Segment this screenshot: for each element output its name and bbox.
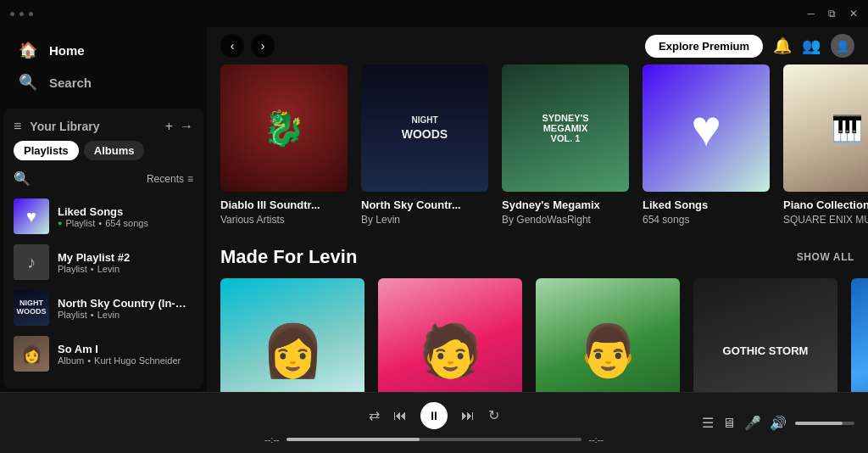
made-for-title: Made For Levin — [220, 246, 357, 268]
filter-albums-button[interactable]: Albums — [84, 141, 145, 160]
playlist2-name: My Playlist #2 — [58, 251, 193, 264]
library-expand-button[interactable]: → — [180, 119, 193, 134]
card-piano[interactable]: 🎹 Piano Collections... SQUARE ENIX MUSIC — [783, 64, 868, 226]
user-profile-button[interactable]: 👤 — [831, 34, 854, 58]
top-bar-right: Explore Premium 🔔 👥 👤 — [645, 34, 854, 58]
library-header: ≡ Your Library + → — [3, 109, 203, 141]
devices-button[interactable]: 🖥 — [722, 416, 736, 431]
nav-back-button[interactable]: ‹ — [220, 34, 244, 58]
notifications-button[interactable]: 🔔 — [773, 36, 792, 55]
playlist2-meta: Playlist • Levin — [58, 264, 193, 274]
next-button[interactable]: ⏭ — [461, 408, 475, 423]
liked-songs-card-sub: 654 songs — [643, 214, 770, 226]
queue-button[interactable]: ☰ — [702, 415, 714, 431]
sidebar: 🏠 Home 🔍 Search ≡ Your Library + → P — [0, 27, 207, 392]
diablo-title: Diablo III Soundtr... — [220, 199, 348, 211]
mix5-art: 🎸 — [851, 278, 868, 392]
liked-songs-meta: ● Playlist • 654 songs — [58, 218, 193, 228]
main-content: ‹ › Explore Premium 🔔 👥 👤 🐉 Diablo III S… — [207, 27, 868, 392]
play-pause-button[interactable]: ⏸ — [420, 402, 448, 429]
volume-fill — [795, 422, 843, 425]
liked-songs-name: Liked Songs — [58, 205, 193, 218]
sidebar-item-home[interactable]: 🏠 Home — [10, 34, 197, 66]
close-button[interactable]: ✕ — [849, 8, 858, 20]
title-bar-dots — [10, 12, 33, 16]
card-northsky[interactable]: NIGHT WOODS North Sky Countr... By Levin — [361, 64, 488, 226]
northsky-meta: Playlist • Levin — [58, 310, 193, 320]
library-title: Your Library — [30, 120, 99, 133]
daily-mix-5-card[interactable]: 🎸 Daily Mix 5 ▶ Daily Mix 5 Darren Korb,… — [851, 278, 868, 392]
daily-mix-3-card[interactable]: 👨 Daily Mix 3 ▶ Daily Mix 3 Darren Ang, … — [536, 278, 680, 392]
explore-premium-button[interactable]: Explore Premium — [645, 35, 763, 58]
library-add-button[interactable]: + — [165, 119, 173, 134]
library-actions: + → — [165, 119, 193, 134]
soami-meta: Album • Kurt Hugo Schneider — [58, 355, 193, 366]
playlist2-info: My Playlist #2 Playlist • Levin — [58, 251, 193, 274]
shuffle-button[interactable]: ⇄ — [369, 407, 380, 423]
lyrics-button[interactable]: 🎤 — [744, 415, 761, 431]
progress-current: --:-- — [264, 434, 280, 445]
card-diablo[interactable]: 🐉 Diablo III Soundtr... Various Artists — [220, 64, 348, 226]
volume-button[interactable]: 🔊 — [770, 415, 787, 431]
recents-label[interactable]: Recents ≡ — [147, 173, 193, 185]
northsky-art: NIGHT WOODS — [361, 64, 488, 192]
card-sydney[interactable]: SYDNEY'SMEGAMIXVOL. 1 Sydney's Megamix B… — [502, 64, 629, 226]
maximize-button[interactable]: ⧉ — [828, 8, 836, 20]
player-controls: ⇄ ⏮ ⏸ ⏭ ↻ — [369, 402, 499, 429]
progress-fill — [287, 438, 420, 441]
minimize-button[interactable]: ─ — [807, 8, 815, 20]
mix3-art: 👨 — [536, 278, 680, 392]
soami-info: So Am I Album • Kurt Hugo Schneider — [58, 343, 193, 366]
daily-mix-1-thumb: 👩 Daily Mix 1 ▶ — [220, 278, 364, 392]
player-center: ⇄ ⏮ ⏸ ⏭ ↻ --:-- --:-- — [183, 402, 685, 445]
list-item[interactable]: ♪ My Playlist #2 Playlist • Levin — [7, 239, 200, 285]
bottom-player: ⇄ ⏮ ⏸ ⏭ ↻ --:-- --:-- ☰ 🖥 🎤 🔊 — [0, 392, 868, 453]
sydney-art: SYDNEY'SMEGAMIXVOL. 1 — [502, 64, 629, 192]
piano-thumb: 🎹 — [783, 64, 868, 192]
daily-mix-4-card[interactable]: GOTHIC STORM Daily Mix 4 ▶ Daily Mix 4 G… — [693, 278, 837, 392]
friend-activity-button[interactable]: 👥 — [802, 36, 821, 55]
filter-row: Playlists Albums — [3, 141, 203, 167]
library-search-button[interactable]: 🔍 — [14, 171, 31, 187]
playlist2-thumb: ♪ — [14, 244, 49, 280]
list-item[interactable]: ♥ Liked Songs ● Playlist • 654 songs — [7, 193, 200, 239]
northsky-info: North Sky Country (In-Game) Playlist • L… — [58, 297, 193, 320]
piano-title: Piano Collections... — [783, 199, 868, 211]
sydney-thumb: SYDNEY'SMEGAMIXVOL. 1 — [502, 64, 629, 192]
list-item[interactable]: NIGHT WOODS North Sky Country (In-Game) … — [7, 285, 200, 331]
sidebar-home-label: Home — [49, 43, 85, 58]
heart-card-icon: ♥ — [691, 99, 721, 158]
daily-mix-5-thumb: 🎸 Daily Mix 5 ▶ — [851, 278, 868, 392]
card-liked[interactable]: ♥ Liked Songs 654 songs — [643, 64, 770, 226]
piano-art: 🎹 — [783, 64, 868, 192]
repeat-button[interactable]: ↻ — [488, 407, 499, 423]
list-item[interactable]: 👩 So Am I Album • Kurt Hugo Schneider — [7, 331, 200, 377]
volume-slider[interactable] — [795, 422, 854, 425]
soami-thumb: 👩 — [14, 336, 49, 372]
top-bar: ‹ › Explore Premium 🔔 👥 👤 — [207, 27, 868, 64]
sidebar-search-label: Search — [49, 76, 92, 90]
progress-track[interactable] — [287, 438, 582, 441]
player-right: ☰ 🖥 🎤 🔊 — [685, 415, 854, 431]
daily-mix-4-thumb: GOTHIC STORM Daily Mix 4 ▶ — [693, 278, 837, 392]
daily-mix-3-thumb: 👨 Daily Mix 3 ▶ — [536, 278, 680, 392]
northsky-card-sub: By Levin — [361, 214, 488, 226]
search-icon: 🔍 — [19, 73, 37, 92]
library-section: ≡ Your Library + → Playlists Albums 🔍 Re… — [3, 109, 203, 389]
nav-forward-button[interactable]: › — [251, 34, 275, 58]
northsky-card-thumb: NIGHT WOODS — [361, 64, 488, 192]
daily-mix-2-card[interactable]: 🧑 Daily Mix 2 ▶ Daily Mix 2 ROZEN, Nobuo… — [378, 278, 522, 392]
progress-bar-row: --:-- --:-- — [264, 434, 604, 445]
show-all-button[interactable]: Show all — [797, 251, 854, 263]
made-for-section-header: Made For Levin Show all — [207, 239, 868, 278]
northsky-name: North Sky Country (In-Game) — [58, 297, 193, 310]
top-cards-row: 🐉 Diablo III Soundtr... Various Artists … — [207, 64, 868, 239]
window-controls: ─ ⧉ ✕ — [807, 8, 858, 20]
previous-button[interactable]: ⏮ — [393, 408, 407, 423]
daily-mix-1-card[interactable]: 👩 Daily Mix 1 ▶ Daily Mix 1 Josh Whelche… — [220, 278, 364, 392]
sidebar-item-search[interactable]: 🔍 Search — [10, 66, 197, 98]
diablo-thumb: 🐉 — [220, 64, 348, 192]
recents-list-icon: ≡ — [187, 173, 193, 185]
filter-playlists-button[interactable]: Playlists — [14, 141, 79, 160]
mix1-art: 👩 — [220, 278, 364, 392]
